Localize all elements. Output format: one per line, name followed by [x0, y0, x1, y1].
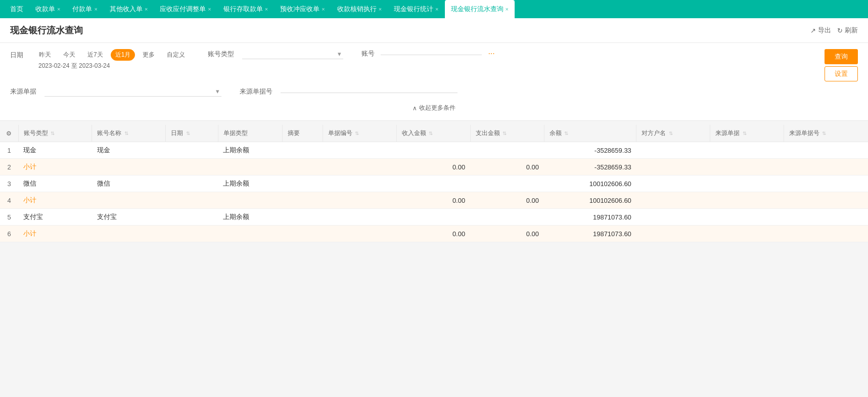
- col-doc-type-label: 单据类型: [223, 129, 248, 137]
- account-input[interactable]: [381, 53, 482, 55]
- source-doc-select[interactable]: ▾: [44, 86, 221, 97]
- cell-source-doc: [710, 209, 784, 226]
- col-expense[interactable]: 支出金额 ⇅: [470, 125, 544, 142]
- cell-doc-type: [218, 226, 283, 242]
- nav-bank-deposit[interactable]: 银行存取款单 ×: [217, 0, 274, 18]
- cell-income: 0.00: [396, 192, 470, 209]
- col-date[interactable]: 日期 ⇅: [166, 125, 218, 142]
- nav-prepay-close[interactable]: ×: [322, 6, 325, 12]
- col-account-name[interactable]: 账号名称 ⇅: [92, 125, 166, 142]
- col-counterpart[interactable]: 对方户名 ⇅: [636, 125, 710, 142]
- col-summary[interactable]: 摘要: [283, 125, 323, 142]
- export-label: 导出: [818, 26, 831, 35]
- col-source-doc[interactable]: 来源单据 ⇅: [710, 125, 784, 142]
- page-title: 现金银行流水查询: [10, 24, 83, 36]
- date-btn-more[interactable]: 更多: [138, 49, 159, 61]
- settings-button[interactable]: 设置: [825, 66, 858, 81]
- nav-home[interactable]: 首页: [4, 0, 29, 18]
- date-btn-today[interactable]: 今天: [59, 49, 80, 61]
- col-source-doc-no-sort: ⇅: [822, 130, 826, 136]
- filter-area: 日期 昨天 今天 近7天 近1月 更多 自定义 2023-02-24 至 202…: [0, 43, 868, 121]
- col-doc-no-sort: ⇅: [355, 130, 359, 136]
- cell-counterpart: [636, 192, 710, 209]
- page-header: 现金银行流水查询 ↗ 导出 ↻ 刷新: [0, 18, 868, 43]
- cell-doc-no: [323, 226, 396, 242]
- col-settings[interactable]: ⚙: [0, 125, 18, 142]
- cell-expense: [470, 175, 544, 192]
- nav-payment-close[interactable]: ×: [94, 6, 97, 12]
- date-btn-7days[interactable]: 近7天: [83, 49, 108, 61]
- table-row[interactable]: 5 支付宝 支付宝 上期余额 19871073.60: [0, 209, 868, 226]
- nav-prepay[interactable]: 预收冲应收单 ×: [274, 0, 331, 18]
- col-source-doc-no[interactable]: 来源单据号 ⇅: [784, 125, 868, 142]
- source-doc-num-input[interactable]: [281, 91, 458, 93]
- nav-verify[interactable]: 收款核销执行 ×: [331, 0, 388, 18]
- nav-receipt-close[interactable]: ×: [57, 6, 60, 12]
- query-button[interactable]: 查询: [825, 49, 858, 64]
- col-doc-type[interactable]: 单据类型: [218, 125, 283, 142]
- collapse-icon: ∧: [413, 105, 417, 112]
- table-row[interactable]: 2 小计 0.00 0.00 -3528659.33: [0, 159, 868, 175]
- nav-ar-adjust[interactable]: 应收应付调整单 ×: [154, 0, 217, 18]
- cell-counterpart: [636, 209, 710, 226]
- nav-stats[interactable]: 现金银行统计 ×: [388, 0, 444, 18]
- table-row[interactable]: 3 微信 微信 上期余额 100102606.60: [0, 175, 868, 192]
- date-options: 昨天 今天 近7天 近1月 更多 自定义: [34, 49, 190, 61]
- cell-source-doc: [710, 226, 784, 242]
- table-row[interactable]: 4 小计 0.00 0.00 100102606.60: [0, 192, 868, 209]
- col-account-type[interactable]: 账号类型 ⇅: [18, 125, 92, 142]
- account-type-select[interactable]: ▾: [242, 49, 343, 59]
- cell-doc-no: [323, 192, 396, 209]
- collapse-bar[interactable]: ∧ 收起更多条件: [10, 102, 858, 114]
- nav-receipt[interactable]: 收款单 ×: [29, 0, 66, 18]
- col-source-doc-sort: ⇅: [743, 130, 747, 136]
- cell-summary: [283, 142, 323, 159]
- nav-other-income-close[interactable]: ×: [145, 6, 148, 12]
- date-btn-yesterday[interactable]: 昨天: [34, 49, 56, 61]
- date-btn-1month[interactable]: 近1月: [111, 49, 135, 61]
- cell-doc-type: 上期余额: [218, 209, 283, 226]
- cell-summary: [283, 209, 323, 226]
- nav-bank-deposit-close[interactable]: ×: [265, 6, 268, 12]
- source-doc-label: 来源单据: [10, 87, 36, 96]
- nav-bank-deposit-label: 银行存取款单: [223, 5, 263, 14]
- col-income[interactable]: 收入金额 ⇅: [396, 125, 470, 142]
- source-doc-num-label: 来源单据号: [240, 87, 272, 96]
- cell-row-num: 5: [0, 209, 18, 226]
- date-btn-custom[interactable]: 自定义: [162, 49, 190, 61]
- cell-expense: 0.00: [470, 159, 544, 175]
- table-header-row: ⚙ 账号类型 ⇅ 账号名称 ⇅ 日期 ⇅ 单据类型 摘要: [0, 125, 868, 142]
- col-balance[interactable]: 余额 ⇅: [544, 125, 636, 142]
- table-row[interactable]: 6 小计 0.00 0.00 19871073.60: [0, 226, 868, 242]
- cell-doc-type: [218, 192, 283, 209]
- cell-source-doc-no: [784, 192, 868, 209]
- nav-stats-label: 现金银行统计: [394, 5, 433, 14]
- col-doc-no[interactable]: 单据编号 ⇅: [323, 125, 396, 142]
- nav-flow-query-close[interactable]: ×: [506, 6, 509, 12]
- refresh-label: 刷新: [845, 26, 858, 35]
- nav-flow-query[interactable]: 现金银行流水查询 ×: [445, 0, 515, 18]
- nav-payment-label: 付款单: [72, 5, 92, 14]
- cell-row-num: 4: [0, 192, 18, 209]
- account-dots-button[interactable]: ···: [488, 49, 494, 58]
- nav-stats-close[interactable]: ×: [435, 6, 438, 12]
- cell-row-num: 2: [0, 159, 18, 175]
- cell-income: [396, 142, 470, 159]
- cell-doc-no: [323, 209, 396, 226]
- cell-doc-type: [218, 159, 283, 175]
- export-button[interactable]: ↗ 导出: [810, 26, 831, 35]
- cell-income: 0.00: [396, 226, 470, 242]
- cell-account-name: [92, 192, 166, 209]
- nav-ar-adjust-close[interactable]: ×: [208, 6, 211, 12]
- source-doc-dropdown-icon: ▾: [216, 87, 219, 95]
- cell-account-name: 支付宝: [92, 209, 166, 226]
- table-row[interactable]: 1 现金 现金 上期余额 -3528659.33: [0, 142, 868, 159]
- refresh-button[interactable]: ↻ 刷新: [837, 26, 858, 35]
- cell-counterpart: [636, 226, 710, 242]
- date-filter-label: 日期: [10, 51, 30, 60]
- col-doc-no-label: 单据编号: [328, 129, 352, 137]
- nav-payment[interactable]: 付款单 ×: [66, 0, 103, 18]
- nav-other-income[interactable]: 其他收入单 ×: [104, 0, 154, 18]
- nav-verify-close[interactable]: ×: [379, 6, 382, 12]
- cell-balance: 19871073.60: [544, 226, 636, 242]
